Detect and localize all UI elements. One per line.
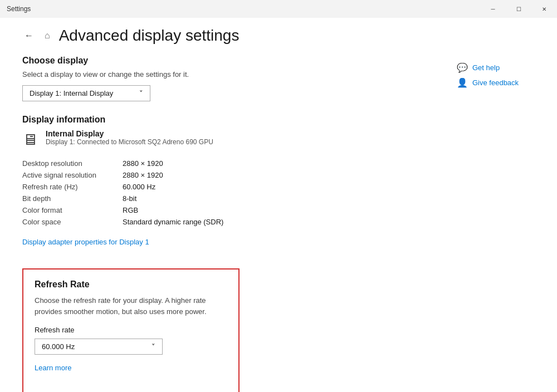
adapter-properties-link[interactable]: Display adapter properties for Display 1	[22, 238, 149, 246]
display-device-name: Internal Display	[46, 129, 213, 138]
get-help-label: Get help	[472, 63, 500, 72]
get-help-link[interactable]: 💬 Get help	[457, 62, 546, 73]
chevron-down-icon: ˅	[139, 89, 143, 97]
display-select-value: Display 1: Internal Display	[30, 89, 113, 97]
info-label-refresh-rate: Refresh rate (Hz)	[22, 183, 123, 191]
info-label-color-space: Color space	[22, 218, 123, 226]
feedback-icon: 👤	[457, 77, 468, 88]
back-button[interactable]: ←	[22, 28, 36, 43]
content-area: ← ⌂ Advanced display settings Choose dis…	[0, 18, 557, 392]
give-feedback-label: Give feedback	[472, 79, 519, 87]
table-row: Bit depth 8-bit	[22, 193, 423, 204]
minimize-button[interactable]: ─	[480, 0, 506, 18]
chevron-down-icon: ˅	[152, 342, 155, 351]
learn-more-link[interactable]: Learn more	[35, 364, 71, 372]
monitor-icon: 🖥	[22, 130, 38, 149]
info-value-refresh-rate: 60.000 Hz	[123, 183, 155, 191]
info-label-bit-depth: Bit depth	[22, 194, 123, 203]
table-row: Color space Standard dynamic range (SDR)	[22, 216, 423, 228]
title-bar-left: Settings	[7, 5, 31, 13]
refresh-rate-title: Refresh Rate	[35, 280, 227, 290]
info-label-active-res: Active signal resolution	[22, 171, 123, 179]
info-value-color-space: Standard dynamic range (SDR)	[123, 218, 223, 226]
info-value-bit-depth: 8-bit	[123, 194, 136, 203]
close-button[interactable]: ✕	[531, 0, 557, 18]
choose-display-section: Choose display Select a display to view …	[22, 56, 423, 101]
display-device-sub: Display 1: Connected to Microsoft SQ2 Ad…	[46, 138, 213, 146]
sidebar: 💬 Get help 👤 Give feedback	[446, 18, 557, 392]
display-device-row: 🖥 Internal Display Display 1: Connected …	[22, 129, 423, 149]
help-icon: 💬	[457, 62, 468, 73]
title-bar: Settings ─ ☐ ✕	[0, 0, 557, 18]
refresh-rate-dropdown[interactable]: 60.000 Hz ˅	[35, 339, 163, 355]
title-bar-controls: ─ ☐ ✕	[480, 0, 557, 18]
window: Settings ─ ☐ ✕ ← ⌂ Advanced display sett…	[0, 0, 557, 392]
table-row: Active signal resolution 2880 × 1920	[22, 169, 423, 181]
page-title: Advanced display settings	[59, 27, 240, 45]
display-info-title: Display information	[22, 115, 423, 125]
display-select-dropdown[interactable]: Display 1: Internal Display ˅	[22, 85, 150, 101]
info-value-desktop-res: 2880 × 1920	[123, 159, 163, 168]
display-device-info: Internal Display Display 1: Connected to…	[46, 129, 213, 146]
give-feedback-link[interactable]: 👤 Give feedback	[457, 77, 546, 88]
info-label-desktop-res: Desktop resolution	[22, 159, 123, 168]
info-value-active-res: 2880 × 1920	[123, 171, 163, 179]
table-row: Color format RGB	[22, 204, 423, 216]
display-info-section: Display information 🖥 Internal Display D…	[22, 115, 423, 257]
info-table: Desktop resolution 2880 × 1920 Active si…	[22, 158, 423, 228]
info-label-color-format: Color format	[22, 206, 123, 214]
refresh-rate-description: Choose the refresh rate for your display…	[35, 295, 227, 317]
info-value-color-format: RGB	[123, 206, 138, 214]
choose-display-title: Choose display	[22, 56, 423, 66]
main-content: ← ⌂ Advanced display settings Choose dis…	[0, 18, 446, 392]
refresh-rate-value: 60.000 Hz	[42, 342, 75, 351]
home-button[interactable]: ⌂	[42, 28, 52, 43]
table-row: Refresh rate (Hz) 60.000 Hz	[22, 181, 423, 193]
table-row: Desktop resolution 2880 × 1920	[22, 158, 423, 169]
maximize-button[interactable]: ☐	[506, 0, 531, 18]
choose-display-subtitle: Select a display to view or change the s…	[22, 70, 423, 79]
app-title: Settings	[7, 5, 31, 13]
refresh-rate-box: Refresh Rate Choose the refresh rate for…	[22, 268, 240, 392]
refresh-rate-label: Refresh rate	[35, 326, 227, 334]
page-header: ← ⌂ Advanced display settings	[22, 18, 423, 56]
